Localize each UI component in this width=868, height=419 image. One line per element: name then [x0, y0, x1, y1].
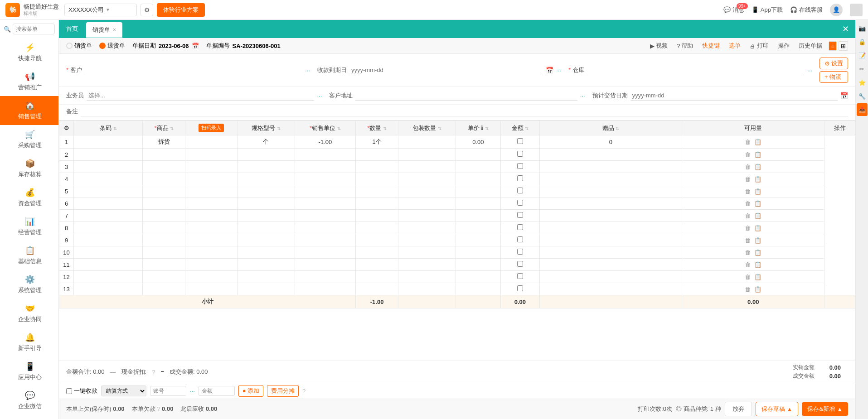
cell-unit[interactable] — [237, 173, 295, 185]
delete-icon[interactable]: 🗑 — [745, 188, 751, 195]
copy-icon[interactable]: 📋 — [754, 139, 761, 145]
cell-price[interactable] — [398, 222, 456, 234]
user-menu[interactable] — [850, 4, 863, 16]
cell-amount[interactable] — [456, 271, 500, 283]
tab-close-button[interactable]: ✕ — [839, 23, 852, 35]
payment-date-more-icon[interactable]: ··· — [556, 67, 561, 74]
copy-icon[interactable]: 📋 — [754, 164, 761, 170]
cell-unit[interactable] — [237, 283, 295, 295]
shortcut-btn[interactable]: 快捷键 — [699, 41, 723, 51]
cell-product[interactable] — [143, 185, 185, 197]
expense-btn[interactable]: 费用分摊 — [267, 385, 299, 397]
delete-icon[interactable]: 🗑 — [745, 225, 751, 231]
cell-spec[interactable] — [185, 197, 238, 210]
cell-spec[interactable] — [185, 283, 238, 295]
discard-button[interactable]: 放弃 — [725, 402, 752, 416]
cell-gift[interactable] — [501, 185, 540, 197]
cell-price[interactable] — [398, 197, 456, 210]
warehouse-input[interactable]: 建材仓 — [587, 65, 805, 75]
cell-pkg-qty[interactable] — [356, 271, 398, 283]
cell-amount[interactable] — [456, 149, 500, 161]
cell-gift[interactable] — [501, 246, 540, 259]
right-panel-btn-6[interactable]: 🔧 — [857, 90, 868, 102]
cell-unit[interactable] — [237, 149, 295, 161]
one-click-checkbox[interactable]: 一键收款 — [66, 387, 97, 395]
print-btn[interactable]: 🖨 打印 — [747, 41, 771, 51]
payment-date-input[interactable] — [349, 65, 543, 75]
sort-icon-barcode[interactable]: ⇅ — [113, 126, 117, 131]
expected-date-input[interactable] — [630, 91, 838, 101]
cell-price[interactable] — [398, 271, 456, 283]
cell-unit[interactable]: 个 — [237, 135, 295, 149]
delete-icon[interactable]: 🗑 — [745, 200, 751, 207]
cell-spec[interactable] — [185, 149, 238, 161]
cell-barcode[interactable] — [74, 222, 143, 234]
date-calendar-icon[interactable]: 📅 — [192, 43, 199, 49]
cell-amount[interactable] — [456, 197, 500, 210]
logistics-btn[interactable]: + 物流 — [820, 71, 848, 83]
cell-qty[interactable] — [295, 222, 356, 234]
cell-unit[interactable] — [237, 197, 295, 210]
cell-product[interactable] — [143, 283, 185, 295]
settings-button[interactable]: ⚙ — [141, 4, 153, 16]
sidebar-item-sales[interactable]: 🏠 销售管理 — [0, 96, 58, 125]
cell-pkg-qty[interactable] — [356, 149, 398, 161]
cell-barcode[interactable] — [74, 173, 143, 185]
cell-gift[interactable] — [501, 161, 540, 173]
copy-icon[interactable]: 📋 — [754, 212, 761, 219]
history-btn[interactable]: 历史单据 — [796, 41, 825, 51]
cell-amount[interactable]: 0.00 — [456, 135, 500, 149]
cell-barcode[interactable] — [74, 246, 143, 259]
cell-qty[interactable] — [295, 173, 356, 185]
right-panel-btn-7[interactable]: 📤 — [857, 103, 868, 116]
right-panel-btn-1[interactable]: 📷 — [857, 22, 868, 34]
cell-product[interactable] — [143, 271, 185, 283]
trial-button[interactable]: 体验行业方案 — [157, 3, 205, 17]
copy-icon[interactable]: 📋 — [754, 261, 761, 268]
sidebar-item-quick-nav[interactable]: ⚡ 快捷导航 — [0, 38, 58, 67]
delete-icon[interactable]: 🗑 — [745, 286, 751, 293]
copy-icon[interactable]: 📋 — [754, 176, 761, 183]
customer-more-icon[interactable]: ··· — [305, 67, 310, 74]
delete-icon[interactable]: 🗑 — [745, 176, 751, 183]
cell-product[interactable] — [143, 222, 185, 234]
cell-gift[interactable] — [501, 259, 540, 271]
cell-spec[interactable] — [185, 173, 238, 185]
cell-unit[interactable] — [237, 185, 295, 197]
search-input[interactable] — [13, 24, 55, 34]
sort-icon-price[interactable]: ⇅ — [485, 126, 489, 131]
salesman-input[interactable] — [87, 91, 314, 101]
warehouse-more-icon[interactable]: ··· — [807, 67, 812, 74]
grid-view-btn[interactable]: ⊞ — [839, 41, 848, 51]
cell-product[interactable] — [143, 259, 185, 271]
cell-unit[interactable] — [237, 271, 295, 283]
tab-close-icon[interactable]: × — [113, 27, 116, 33]
account-input[interactable] — [150, 386, 186, 396]
copy-icon[interactable]: 📋 — [754, 151, 761, 158]
cell-spec[interactable] — [185, 271, 238, 283]
cell-qty[interactable] — [295, 210, 356, 222]
cell-price[interactable] — [398, 210, 456, 222]
cell-gift[interactable] — [501, 135, 540, 149]
customer-addr-input[interactable] — [355, 91, 577, 101]
cell-product[interactable]: 拆货 — [143, 135, 185, 149]
add-payment-btn[interactable]: ● 添加 — [238, 385, 263, 397]
cell-product[interactable] — [143, 246, 185, 259]
message-button[interactable]: 💬 消息 99+ — [723, 6, 744, 14]
cell-qty[interactable] — [295, 234, 356, 246]
copy-icon[interactable]: 📋 — [754, 237, 761, 244]
cell-price[interactable] — [398, 246, 456, 259]
cell-price[interactable] — [398, 234, 456, 246]
sort-icon-pkg[interactable]: ⇅ — [438, 126, 441, 131]
cell-gift[interactable] — [501, 222, 540, 234]
company-selector[interactable]: XXXXXX公司 ▼ — [64, 4, 137, 16]
cell-amount[interactable] — [456, 234, 500, 246]
cell-amount[interactable] — [456, 222, 500, 234]
app-download-button[interactable]: 📱 App下载 — [752, 6, 783, 14]
cell-unit[interactable] — [237, 161, 295, 173]
cell-price[interactable] — [398, 149, 456, 161]
expected-date-calendar-icon[interactable]: 📅 — [840, 92, 848, 99]
cell-unit[interactable] — [237, 222, 295, 234]
right-panel-btn-5[interactable]: ⭐ — [857, 76, 868, 89]
operation-btn[interactable]: 操作 — [775, 41, 792, 51]
